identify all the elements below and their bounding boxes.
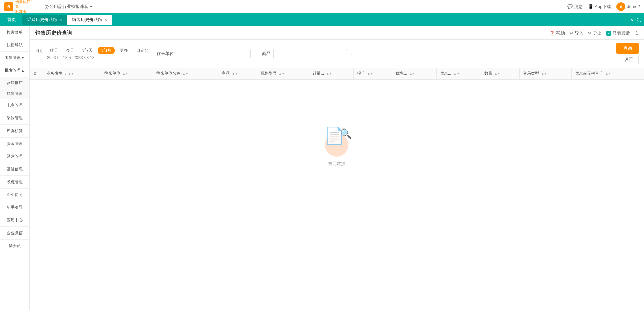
top-bar-left: 6 畅捷信好生意 标准版 办公用品行业模拟账套 ▾ xyxy=(4,0,92,14)
th-product[interactable]: 商品 ▲▼ xyxy=(218,68,257,80)
product-input[interactable] xyxy=(273,49,347,58)
sidebar-item-search-menu[interactable]: 搜索菜单 xyxy=(0,26,29,39)
date-btn-more[interactable]: 更多 xyxy=(117,47,131,54)
avatar: d xyxy=(616,2,625,11)
sort-arrows-unit: ▲▼ xyxy=(326,72,332,75)
sort-arrows-spec: ▲▼ xyxy=(279,72,285,75)
close-window-icon[interactable]: ✕ xyxy=(630,17,634,22)
help-icon: ❓ xyxy=(549,31,555,36)
sort-arrows-partner-code: ▲▼ xyxy=(122,72,128,75)
query-button[interactable]: 查询 xyxy=(616,43,639,54)
partner-input[interactable] xyxy=(177,49,251,58)
th-quote[interactable]: 报价 ▲▼ xyxy=(354,68,392,80)
tab-close-sales[interactable]: ✕ xyxy=(104,18,107,22)
export-icon: ↪ xyxy=(588,31,592,36)
table-body: 📄 🔍 暂元数据 xyxy=(30,80,644,214)
sidebar-item-finance-mgmt[interactable]: 资金管理 xyxy=(0,138,29,150)
sidebar-item-new-guide[interactable]: 新手引导 xyxy=(0,201,29,214)
app-selector[interactable]: 办公用品行业模拟账套 ▾ xyxy=(45,4,92,10)
sidebar-item-app-center[interactable]: 应用中心 xyxy=(0,214,29,227)
tab-bar-right: ✕ ⛶ xyxy=(630,17,641,22)
logo-area: 6 畅捷信好生意 标准版 xyxy=(4,0,36,14)
sort-arrows-discount2: ▲▼ xyxy=(453,72,460,75)
sidebar-item-retail-mgmt[interactable]: 零售管理 ▼ xyxy=(0,52,29,64)
product-dots[interactable]: ... xyxy=(350,51,353,56)
settings-button[interactable]: 设置 xyxy=(619,55,639,64)
th-biz-date[interactable]: 业务发生... ▲▼ xyxy=(43,68,101,80)
date-filter-group: 日期 昨天 今天 近7天 近1月 更多 自定义 2023-02-18 至 202… xyxy=(35,47,151,61)
empty-icon: 📄 🔍 xyxy=(322,126,352,157)
import-icon: ↩ xyxy=(570,31,573,36)
sidebar-item-system-mgmt[interactable]: 系统管理 xyxy=(0,176,29,189)
tab-sales-history[interactable]: 销售历史价跟踪 ✕ xyxy=(67,15,112,25)
date-btn-yesterday[interactable]: 昨天 xyxy=(47,47,61,54)
th-qty[interactable]: 数量 ▲▼ xyxy=(481,68,519,80)
date-options: 昨天 今天 近7天 近1月 更多 自定义 xyxy=(47,47,151,54)
date-btn-last1m[interactable]: 近1月 xyxy=(98,47,115,54)
export-button[interactable]: ↪ 导出 xyxy=(588,30,602,36)
empty-state: 📄 🔍 暂元数据 xyxy=(30,80,644,214)
wholesale-arrow-icon: ▲ xyxy=(21,69,25,72)
sidebar-item-purchase-mgmt[interactable]: 采购管理 xyxy=(0,112,29,125)
th-spec[interactable]: 规格型号 ▲▼ xyxy=(257,68,309,80)
sidebar-item-quick-nav[interactable]: 快捷导航 xyxy=(0,39,29,52)
empty-text: 暂元数据 xyxy=(328,161,345,167)
filter-bar: 日期 昨天 今天 近7天 近1月 更多 自定义 2023-02-18 至 202… xyxy=(30,40,644,68)
sort-arrows-product: ▲▼ xyxy=(232,72,238,75)
th-pre-tax-price[interactable]: 优惠前无税单价 ▲▼ xyxy=(572,68,644,80)
sidebar-item-vip-member[interactable]: 畅会员 xyxy=(0,240,29,252)
product-filter-group: 商品 ... xyxy=(262,49,353,58)
settings-gear-icon[interactable]: ⚙ xyxy=(33,71,37,76)
date-btn-custom[interactable]: 自定义 xyxy=(133,47,151,54)
th-unit[interactable]: 计量... ▲▼ xyxy=(309,68,354,80)
message-button[interactable]: 💬 消息 xyxy=(567,4,583,10)
date-label: 日期 xyxy=(35,48,44,54)
date-btn-today[interactable]: 今天 xyxy=(63,47,77,54)
content-area: 销售历史价查询 ❓ 帮助 ↩ 导入 ↪ 导出 ✓ 只看最后一次 xyxy=(30,26,644,310)
partner-label: 往来单位 xyxy=(157,51,174,57)
sidebar-item-ops-mgmt[interactable]: 经营管理 xyxy=(0,150,29,163)
sidebar-item-inventory[interactable]: 库存核算 xyxy=(0,125,29,138)
tab-purchase-history[interactable]: 采购历史价跟踪 ✕ xyxy=(22,15,67,25)
expand-window-icon[interactable]: ⛶ xyxy=(637,17,641,22)
sort-arrows-trade-type: ▲▼ xyxy=(541,72,547,75)
empty-search-icon: 🔍 xyxy=(340,128,352,139)
tab-bar: 首页 采购历史价跟踪 ✕ 销售历史价跟踪 ✕ ✕ ⛶ xyxy=(0,13,644,26)
sidebar-item-basic-info[interactable]: 基础信息 xyxy=(0,163,29,176)
th-partner-name[interactable]: 往来单位名称 ▲▼ xyxy=(153,68,218,80)
th-trade-type[interactable]: 交易类型 ▲▼ xyxy=(520,68,572,80)
sort-arrows-partner-name: ▲▼ xyxy=(182,72,189,75)
sidebar-item-enterprise-agree[interactable]: 企业协同 xyxy=(0,189,29,201)
app-download-button[interactable]: 📱 App下载 xyxy=(588,4,611,10)
user-menu[interactable]: d demo2 xyxy=(616,2,640,11)
sidebar-item-enterprise-wechat[interactable]: 企业微信 xyxy=(0,227,29,240)
retail-arrow-icon: ▼ xyxy=(21,56,25,60)
header-actions: ❓ 帮助 ↩ 导入 ↪ 导出 ✓ 只看最后一次 xyxy=(549,30,639,36)
partner-dots[interactable]: ... xyxy=(253,51,257,56)
sort-arrows-qty: ▲▼ xyxy=(494,72,500,75)
help-button[interactable]: ❓ 帮助 xyxy=(549,30,565,36)
date-btn-last7[interactable]: 近7天 xyxy=(79,47,96,54)
th-partner-code[interactable]: 往来单位 ▲▼ xyxy=(101,68,153,80)
product-label: 商品 xyxy=(262,51,271,57)
message-icon: 💬 xyxy=(567,4,573,9)
sort-arrows-pre-tax-price: ▲▼ xyxy=(605,72,611,75)
th-discount1[interactable]: 优惠... ▲▼ xyxy=(392,68,436,80)
tab-home[interactable]: 首页 xyxy=(3,15,21,25)
only-last-checkbox[interactable]: ✓ xyxy=(606,31,611,36)
sidebar-item-ecommerce-mgmt[interactable]: 电商管理 xyxy=(0,99,29,112)
selector-arrow-icon: ▾ xyxy=(90,4,92,9)
sidebar-item-wholesale-mgmt[interactable]: 批发管理 ▲ xyxy=(0,64,29,77)
th-discount2[interactable]: 优惠... ▲▼ xyxy=(436,68,481,80)
table-header-row: ⚙ 业务发生... ▲▼ 往来单位 ▲▼ 往来单位名称 ▲▼ xyxy=(30,68,644,80)
tab-close-purchase[interactable]: ✕ xyxy=(59,18,62,22)
only-last-checkbox-group[interactable]: ✓ 只看最后一次 xyxy=(606,30,639,36)
sidebar-item-marketing[interactable]: 营销推广 xyxy=(0,77,29,88)
table-container: ⚙ 业务发生... ▲▼ 往来单位 ▲▼ 往来单位名称 ▲▼ xyxy=(30,68,644,310)
page-title: 销售历史价查询 xyxy=(35,30,72,37)
sidebar-item-sales-mgmt[interactable]: 销售管理 xyxy=(0,88,29,99)
th-settings: ⚙ xyxy=(30,68,43,80)
top-bar-right: 💬 消息 📱 App下载 d demo2 xyxy=(567,2,640,11)
import-button[interactable]: ↩ 导入 xyxy=(570,30,583,36)
logo-icon: 6 xyxy=(4,2,13,11)
